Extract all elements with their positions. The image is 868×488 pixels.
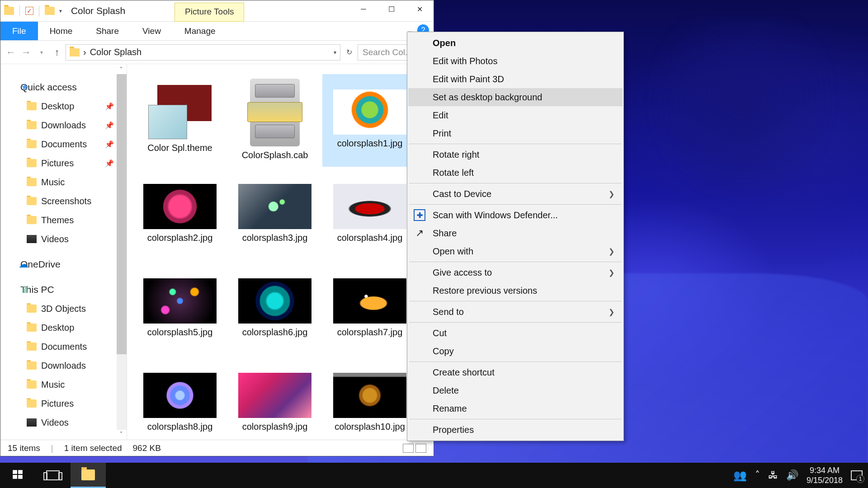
file-item-image[interactable]: colorsplash2.jpg xyxy=(132,169,227,261)
sidebar-item-3dobjects[interactable]: 3D Objects xyxy=(0,299,127,318)
cm-open[interactable]: Open xyxy=(408,34,623,52)
cm-print[interactable]: Print xyxy=(408,124,623,142)
sidebar-item-music[interactable]: Music xyxy=(0,375,127,394)
sidebar-item-desktop[interactable]: Desktop📌 xyxy=(0,97,127,116)
sidebar-item-pictures[interactable]: Pictures xyxy=(0,394,127,413)
address-bar[interactable]: › Color Splash ▾ xyxy=(66,44,340,61)
forward-button[interactable]: → xyxy=(19,46,33,59)
cm-edit-paint3d[interactable]: Edit with Paint 3D xyxy=(408,70,623,88)
back-button[interactable]: ← xyxy=(4,46,18,59)
titlebar[interactable]: ✓ ▼ Color Splash Picture Tools ─ ☐ ✕ xyxy=(0,0,434,22)
recent-dropdown-icon[interactable]: ▾ xyxy=(35,46,48,59)
new-folder-icon[interactable] xyxy=(45,7,55,15)
sidebar-item-downloads[interactable]: Downloads xyxy=(0,356,127,375)
tray-overflow-icon[interactable]: ˄ xyxy=(755,469,760,481)
cm-rotate-left[interactable]: Rotate left xyxy=(408,164,623,182)
sidebar-item-screenshots[interactable]: Screenshots xyxy=(0,192,127,211)
action-center-icon[interactable]: 1 xyxy=(851,470,863,480)
cm-rename[interactable]: Rename xyxy=(408,399,623,418)
file-item-image[interactable]: colorsplash4.jpg xyxy=(322,169,417,261)
file-item-image[interactable]: colorsplash8.jpg xyxy=(132,357,227,440)
tab-share[interactable]: Share xyxy=(84,22,131,40)
file-item-image[interactable]: colorsplash3.jpg xyxy=(227,169,322,261)
cm-edit[interactable]: Edit xyxy=(408,106,623,124)
clock-date: 9/15/2018 xyxy=(807,475,843,486)
qat-dropdown-icon[interactable]: ▼ xyxy=(58,9,63,14)
file-item-cab[interactable]: ColorSplash.cab xyxy=(227,74,322,167)
cm-scan-defender[interactable]: Scan with Windows Defender... xyxy=(408,206,623,224)
file-item-image[interactable]: colorsplash7.jpg xyxy=(322,263,417,356)
task-view-icon xyxy=(46,470,60,480)
sidebar-item-pictures[interactable]: Pictures📌 xyxy=(0,154,127,173)
file-item-image[interactable]: colorsplash9.jpg xyxy=(227,357,322,440)
cm-set-desktop-background[interactable]: Set as desktop background xyxy=(408,88,623,106)
cm-delete[interactable]: Delete xyxy=(408,381,623,399)
taskbar-file-explorer[interactable] xyxy=(71,463,106,488)
sidebar-item-videos[interactable]: Videos xyxy=(0,413,127,432)
folder-icon xyxy=(27,361,37,370)
minimize-button[interactable]: ─ xyxy=(349,0,377,18)
image-thumbnail xyxy=(238,373,311,418)
properties-icon[interactable]: ✓ xyxy=(25,7,33,15)
sidebar-item-documents[interactable]: Documents xyxy=(0,337,127,356)
breadcrumb-location[interactable]: Color Splash xyxy=(90,47,142,57)
file-item-image[interactable]: colorsplash6.jpg xyxy=(227,263,322,356)
up-button[interactable]: ↑ xyxy=(50,46,64,59)
cm-open-with[interactable]: Open with❯ xyxy=(408,242,623,260)
file-item-image[interactable]: colorsplash1.jpg xyxy=(322,74,417,167)
sidebar-item-videos[interactable]: Videos xyxy=(0,230,127,249)
sidebar-onedrive[interactable]: ☁OneDrive xyxy=(0,255,127,274)
cm-rotate-right[interactable]: Rotate right xyxy=(408,145,623,164)
sidebar-item-downloads[interactable]: Downloads📌 xyxy=(0,116,127,135)
file-item-image[interactable]: colorsplash5.jpg xyxy=(132,263,227,356)
sidebar-item-desktop[interactable]: Desktop xyxy=(0,318,127,337)
tab-file[interactable]: File xyxy=(0,22,38,40)
tab-home[interactable]: Home xyxy=(38,22,85,40)
cm-give-access[interactable]: Give access to❯ xyxy=(408,263,623,282)
network-icon[interactable]: 🖧 xyxy=(768,469,778,481)
sidebar-item-music[interactable]: Music xyxy=(0,173,127,192)
sidebar-item-themes[interactable]: Themes xyxy=(0,211,127,230)
close-button[interactable]: ✕ xyxy=(406,0,434,18)
body: ˄ ★Quick access Desktop📌 Downloads📌 Docu… xyxy=(0,64,434,440)
cm-create-shortcut[interactable]: Create shortcut xyxy=(408,363,623,381)
start-button[interactable] xyxy=(0,463,35,488)
people-icon[interactable]: 👥 xyxy=(733,469,747,482)
search-placeholder: Search Col... xyxy=(363,47,412,57)
taskbar-clock[interactable]: 9:34 AM 9/15/2018 xyxy=(807,465,843,486)
cm-properties[interactable]: Properties xyxy=(408,421,623,439)
task-view-button[interactable] xyxy=(35,463,71,488)
cm-send-to[interactable]: Send to❯ xyxy=(408,303,623,321)
folder-icon xyxy=(70,48,80,56)
folder-icon[interactable] xyxy=(4,7,14,15)
folder-icon xyxy=(27,343,37,351)
picture-tools-tab[interactable]: Picture Tools xyxy=(175,3,244,22)
scroll-down-icon[interactable]: ˅ xyxy=(117,430,126,439)
file-item-theme[interactable]: Color Spl.theme xyxy=(132,74,227,167)
sidebar-item-documents[interactable]: Documents📌 xyxy=(0,135,127,154)
tab-view[interactable]: View xyxy=(131,22,173,40)
cm-cast-to-device[interactable]: Cast to Device❯ xyxy=(408,185,623,203)
volume-icon[interactable]: 🔊 xyxy=(786,469,798,481)
folder-icon xyxy=(27,197,37,205)
refresh-button[interactable]: ↻ xyxy=(342,44,356,61)
star-icon: ★ xyxy=(20,81,29,93)
details-view-icon[interactable] xyxy=(403,444,414,453)
sidebar-quick-access[interactable]: ★Quick access xyxy=(0,78,127,97)
file-grid[interactable]: Color Spl.theme ColorSplash.cab colorspl… xyxy=(127,64,434,440)
sidebar-label: Downloads xyxy=(41,120,86,131)
thumbnails-view-icon[interactable] xyxy=(415,444,426,453)
tab-manage[interactable]: Manage xyxy=(173,22,227,40)
cm-copy[interactable]: Copy xyxy=(408,342,623,360)
sidebar-this-pc[interactable]: 🖥This PC xyxy=(0,280,127,299)
address-dropdown-icon[interactable]: ▾ xyxy=(334,49,336,56)
scroll-up-icon[interactable]: ˄ xyxy=(117,65,126,74)
cm-edit-photos[interactable]: Edit with Photos xyxy=(408,52,623,70)
maximize-button[interactable]: ☐ xyxy=(377,0,406,18)
cm-share[interactable]: ↗Share xyxy=(408,224,623,242)
navigation-row: ← → ▾ ↑ › Color Splash ▾ ↻ Search Col... xyxy=(0,41,434,64)
cm-cut[interactable]: Cut xyxy=(408,324,623,342)
taskbar[interactable]: 👥 ˄ 🖧 🔊 9:34 AM 9/15/2018 1 xyxy=(0,463,868,488)
cm-restore-versions[interactable]: Restore previous versions xyxy=(408,282,623,300)
file-item-image[interactable]: colorsplash10.jpg xyxy=(322,357,417,440)
